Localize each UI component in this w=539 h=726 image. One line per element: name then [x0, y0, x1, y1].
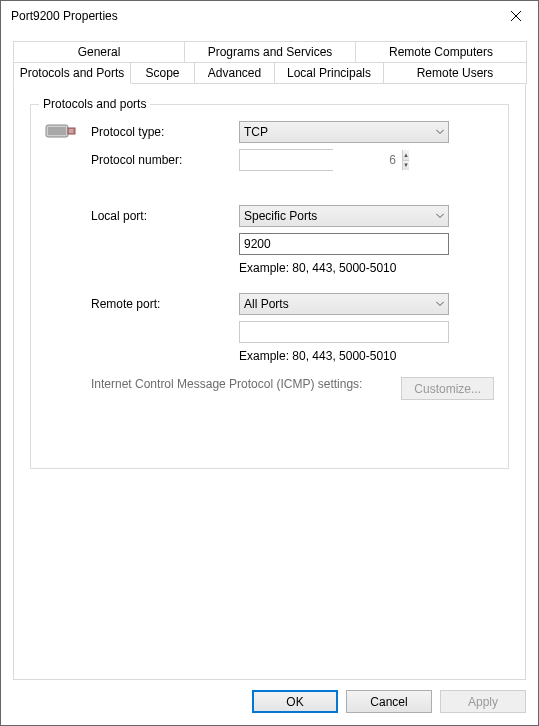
combo-remote-port[interactable]: All Ports	[239, 293, 449, 315]
apply-button: Apply	[440, 690, 526, 713]
ok-button[interactable]: OK	[252, 690, 338, 713]
svg-rect-3	[48, 127, 66, 135]
network-adapter-icon	[45, 121, 77, 143]
chevron-down-icon	[436, 214, 444, 219]
chevron-down-icon	[436, 130, 444, 135]
combo-protocol-type[interactable]: TCP	[239, 121, 449, 143]
window-title: Port9200 Properties	[11, 9, 493, 23]
label-local-port: Local port:	[91, 209, 239, 223]
groupbox-title: Protocols and ports	[39, 97, 150, 111]
label-remote-port: Remote port:	[91, 297, 239, 311]
label-protocol-number: Protocol number:	[91, 153, 239, 167]
spinner-protocol-number-value	[240, 150, 402, 170]
tab-remote-computers[interactable]: Remote Computers	[355, 41, 527, 63]
label-icmp-settings: Internet Control Message Protocol (ICMP)…	[91, 377, 401, 393]
dialog-button-bar: OK Cancel Apply	[13, 680, 526, 713]
spinner-protocol-number[interactable]: ▲▼	[239, 149, 333, 171]
tab-advanced[interactable]: Advanced	[194, 62, 275, 84]
close-icon	[511, 11, 521, 21]
hint-remote-port: Example: 80, 443, 5000-5010	[239, 349, 449, 363]
properties-window: Port9200 Properties General Programs and…	[0, 0, 539, 726]
tab-general[interactable]: General	[13, 41, 185, 63]
chevron-down-icon	[436, 302, 444, 307]
combo-local-port-value: Specific Ports	[244, 209, 317, 223]
combo-local-port[interactable]: Specific Ports	[239, 205, 449, 227]
tab-panel-protocols: Protocols and ports Protocol type:	[13, 84, 526, 680]
tab-strip: General Programs and Services Remote Com…	[13, 41, 526, 84]
spinner-down-icon[interactable]: ▼	[403, 161, 409, 171]
groupbox-protocols: Protocols and ports Protocol type:	[30, 104, 509, 469]
tab-local-principals[interactable]: Local Principals	[274, 62, 384, 84]
input-remote-port	[239, 321, 449, 343]
svg-rect-4	[68, 128, 75, 134]
spinner-up-icon[interactable]: ▲	[403, 150, 409, 161]
tab-scope[interactable]: Scope	[130, 62, 195, 84]
hint-local-port: Example: 80, 443, 5000-5010	[239, 261, 449, 275]
tab-protocols-and-ports[interactable]: Protocols and Ports	[13, 62, 131, 84]
close-button[interactable]	[493, 1, 538, 31]
combo-remote-port-value: All Ports	[244, 297, 289, 311]
titlebar: Port9200 Properties	[1, 1, 538, 31]
tab-programs-and-services[interactable]: Programs and Services	[184, 41, 356, 63]
input-local-port[interactable]	[239, 233, 449, 255]
label-protocol-type: Protocol type:	[91, 125, 239, 139]
tab-remote-users[interactable]: Remote Users	[383, 62, 527, 84]
combo-protocol-type-value: TCP	[244, 125, 268, 139]
button-customize: Customize...	[401, 377, 494, 400]
cancel-button[interactable]: Cancel	[346, 690, 432, 713]
client-area: General Programs and Services Remote Com…	[1, 31, 538, 725]
